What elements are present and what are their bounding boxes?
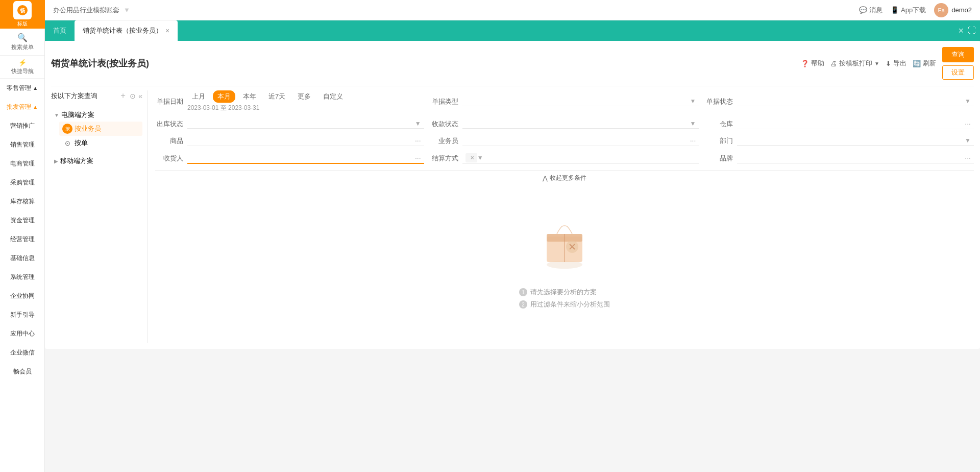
sidebar-item-retail[interactable]: 零售管理 ▲ xyxy=(0,79,44,98)
tree-mobile-scheme: ▶ 移动端方案 xyxy=(51,152,142,170)
collapse-icon: ⋀ xyxy=(543,175,548,182)
warehouse-label: 仓库 xyxy=(705,120,733,129)
filter-dept: 部门 ▼ xyxy=(705,136,974,146)
filter-date: 单据日期 上月 本月 本年 近7天 更多 自定义 20 xyxy=(155,90,424,112)
filter-warehouse: 仓库 ··· xyxy=(705,119,974,129)
date-btn-more[interactable]: 更多 xyxy=(293,90,315,103)
split-layout: 按以下方案查询 ＋ ⊙ « ▼ 电脑端方案 xyxy=(51,90,974,343)
app-download-btn[interactable]: 📱 App下载 xyxy=(891,6,926,15)
sidebar-item-finance[interactable]: 资金管理 xyxy=(0,211,44,230)
setting-button[interactable]: 设置 xyxy=(942,65,974,80)
sidebar-item-marketing[interactable]: 营销推广 xyxy=(0,116,44,135)
main-area: 办公用品行业模拟账套 ▼ 💬 消息 📱 App下载 Ea demo2 首页 xyxy=(45,0,980,472)
goods-dots-icon[interactable]: ··· xyxy=(415,136,421,145)
logo-text: 标版 xyxy=(17,20,28,28)
consignee-dots-icon[interactable]: ··· xyxy=(415,154,421,162)
sidebar-item-ecommerce[interactable]: 电商管理 xyxy=(0,154,44,173)
sidebar-item-newbie[interactable]: 新手引导 xyxy=(0,305,44,324)
tab-sales-stat[interactable]: 销货单统计表（按业务员） × xyxy=(75,20,178,41)
settle-dropdown-icon: ▼ xyxy=(477,154,483,161)
divider xyxy=(51,86,974,86)
sidebar-item-wechat[interactable]: 企业微信 xyxy=(0,343,44,362)
settle-select[interactable]: × ▼ xyxy=(462,152,699,164)
leaf-order-icon: ⊙ xyxy=(62,138,72,148)
sidebar-item-inventory[interactable]: 库存核算 xyxy=(0,192,44,211)
filter-recv-status: 收款状态 ▼ xyxy=(430,119,699,129)
sidebar-item-member[interactable]: 畅会员 xyxy=(0,362,44,381)
date-btn-this-month[interactable]: 本月 xyxy=(213,90,235,103)
sidebar-item-appcenter[interactable]: 应用中心 xyxy=(0,324,44,343)
sidebar-item-wholesale[interactable]: 批发管理 ▲ xyxy=(0,98,44,116)
tree-children: 按 按业务员 ⊙ 按单 xyxy=(51,122,142,150)
tree-mobile-scheme-row[interactable]: ▶ 移动端方案 xyxy=(51,154,142,168)
consignee-input[interactable]: ··· xyxy=(187,153,424,164)
tree-collapse-icon: ▶ xyxy=(54,158,58,164)
brand-dots-icon[interactable]: ··· xyxy=(965,154,971,162)
date-btn-last-month[interactable]: 上月 xyxy=(187,90,210,103)
sidebar-item-basic[interactable]: 基础信息 xyxy=(0,249,44,268)
help-icon: ❓ xyxy=(801,60,809,67)
export-btn[interactable]: ⬇ 导出 xyxy=(886,59,906,68)
out-status-select[interactable]: ▼ xyxy=(187,119,424,129)
collapse-panel-icon[interactable]: « xyxy=(138,92,142,100)
goods-label: 商品 xyxy=(155,136,183,146)
svg-text:畅: 畅 xyxy=(20,8,25,13)
salesperson-dots-icon[interactable]: ··· xyxy=(690,136,696,145)
settle-tag-close[interactable]: × xyxy=(471,154,474,161)
tree-pc-scheme-row[interactable]: ▼ 电脑端方案 xyxy=(51,108,142,122)
tab-expand-icon[interactable]: ⛶ xyxy=(968,26,976,35)
sidebar-item-enterprise[interactable]: 企业协同 xyxy=(0,287,44,305)
edit-scheme-icon[interactable]: ⊙ xyxy=(130,92,136,100)
dept-dropdown-icon: ▼ xyxy=(965,137,971,144)
recv-status-dropdown-icon: ▼ xyxy=(690,120,696,127)
warehouse-dots-icon[interactable]: ··· xyxy=(965,120,971,128)
recv-status-select[interactable]: ▼ xyxy=(462,119,699,129)
refresh-btn[interactable]: 🔄 刷新 xyxy=(913,59,936,68)
tab-home[interactable]: 首页 xyxy=(45,20,75,41)
goods-select[interactable]: ··· xyxy=(187,135,424,146)
sidebar-item-search[interactable]: 🔍 搜索菜单 xyxy=(0,29,44,56)
tree-leaf-salesperson[interactable]: 按 按业务员 xyxy=(59,122,142,136)
message-btn[interactable]: 💬 消息 xyxy=(859,6,883,15)
sidebar-item-quick[interactable]: ⚡ 快捷导航 xyxy=(0,56,44,79)
tab-close-all-icon[interactable]: × xyxy=(958,26,964,36)
print-btn[interactable]: 🖨 按模板打印 ▼ xyxy=(830,59,879,68)
filter-consignee: 收货人 ··· xyxy=(155,153,424,164)
salesperson-select[interactable]: ··· xyxy=(462,135,699,146)
filter-settle: 结算方式 × ▼ xyxy=(430,152,699,164)
collapse-btn[interactable]: ⋀ 收起更多条件 xyxy=(155,170,974,185)
brand-select[interactable]: ··· xyxy=(737,153,974,163)
help-btn[interactable]: ❓ 帮助 xyxy=(801,59,824,68)
left-panel-title: 按以下方案查询 xyxy=(51,91,97,101)
user-area[interactable]: Ea demo2 xyxy=(934,3,972,17)
message-icon: 💬 xyxy=(859,6,867,14)
page-title: 销货单统计表(按业务员) xyxy=(51,57,149,69)
type-select[interactable]: ▼ xyxy=(462,97,699,106)
date-btn-7days[interactable]: 近7天 xyxy=(264,90,290,103)
date-btn-custom[interactable]: 自定义 xyxy=(318,90,348,103)
sidebar-item-system[interactable]: 系统管理 xyxy=(0,268,44,287)
filter-salesperson: 业务员 ··· xyxy=(430,135,699,146)
date-options-row: 上月 本月 本年 近7天 更多 自定义 xyxy=(187,90,424,103)
tree-expand-icon: ▼ xyxy=(54,112,59,118)
date-btn-this-year[interactable]: 本年 xyxy=(238,90,261,103)
type-dropdown-icon: ▼ xyxy=(690,98,696,105)
tree-leaf-order[interactable]: ⊙ 按单 xyxy=(59,136,142,150)
sidebar-item-purchase[interactable]: 采购管理 xyxy=(0,173,44,192)
avatar: Ea xyxy=(934,3,948,17)
tip-num-1: 1 xyxy=(519,288,527,296)
page-actions: ❓ 帮助 🖨 按模板打印 ▼ ⬇ 导出 🔄 刷新 xyxy=(801,47,974,80)
sidebar-item-operations[interactable]: 经营管理 xyxy=(0,230,44,249)
warehouse-select[interactable]: ··· xyxy=(737,119,974,129)
export-icon: ⬇ xyxy=(886,60,891,67)
filter-status: 单据状态 ▼ xyxy=(705,97,974,106)
left-panel: 按以下方案查询 ＋ ⊙ « ▼ 电脑端方案 xyxy=(51,90,148,343)
sidebar-item-sales[interactable]: 销售管理 xyxy=(0,135,44,154)
query-button[interactable]: 查询 xyxy=(942,47,974,62)
add-scheme-icon[interactable]: ＋ xyxy=(119,90,127,101)
left-panel-icons: ＋ ⊙ « xyxy=(119,90,142,101)
tabbar: 首页 销货单统计表（按业务员） × × ⛶ xyxy=(45,20,980,41)
tab-close-icon[interactable]: × xyxy=(165,27,169,35)
status-select[interactable]: ▼ xyxy=(737,97,974,106)
dept-select[interactable]: ▼ xyxy=(737,136,974,146)
